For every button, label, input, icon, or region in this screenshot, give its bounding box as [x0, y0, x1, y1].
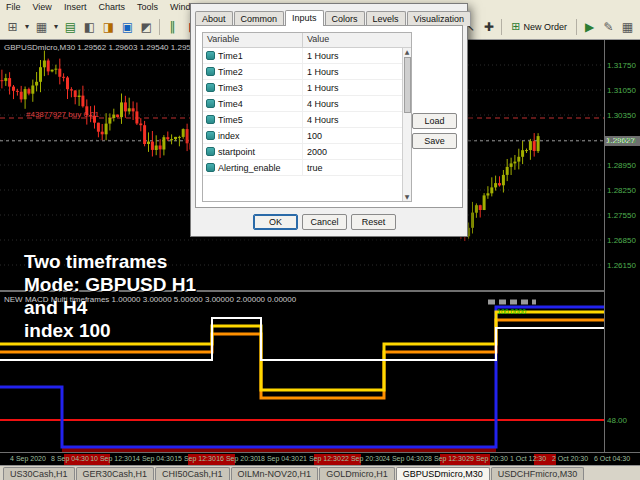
input-row[interactable]: Alerting_enabletrue: [203, 160, 402, 176]
parameter-type-icon: [206, 83, 215, 92]
new-order-button[interactable]: ⊞New Order: [505, 17, 573, 36]
time-axis-label: 4 Sep 2020: [10, 455, 46, 462]
variable-value[interactable]: 100: [303, 131, 402, 141]
variable-cell: Time1: [203, 48, 303, 63]
variable-value[interactable]: 2000: [303, 147, 402, 157]
time-axis[interactable]: 4 Sep 20208 Sep 04:3010 Sep 12:3014 Sep …: [0, 452, 640, 465]
strategy-tester-icon[interactable]: ◩: [137, 17, 156, 36]
autotrading-icon[interactable]: ▶: [580, 17, 599, 36]
variable-cell: Alerting_enable: [203, 160, 303, 175]
time-axis-label: 10 Sep 12:30: [90, 455, 132, 462]
metaeditor-icon[interactable]: ✎: [599, 17, 618, 36]
variable-cell: Time2: [203, 64, 303, 79]
bars-chart-icon[interactable]: ‖: [163, 17, 182, 36]
market-watch-icon[interactable]: ▤: [61, 17, 80, 36]
time-axis-label: 18 Sep 04:30: [257, 455, 299, 462]
table-scrollbar[interactable]: ▲ ▼: [402, 48, 411, 201]
time-axis-label: 8 Sep 04:30: [51, 455, 89, 462]
variable-value[interactable]: 1 Hours: [303, 83, 402, 93]
profiles-icon[interactable]: ▦: [32, 17, 51, 36]
scroll-thumb[interactable]: [404, 57, 411, 113]
scroll-up-icon[interactable]: ▲: [405, 48, 410, 56]
time-axis-label: 14 Sep 04:30: [132, 455, 174, 462]
variable-value[interactable]: 4 Hours: [303, 99, 402, 109]
chart-tab-ger30cash[interactable]: GER30Cash,H1: [76, 467, 155, 480]
inputs-table-body: Time11 HoursTime21 HoursTime31 HoursTime…: [203, 48, 402, 201]
input-row[interactable]: Time44 Hours: [203, 96, 402, 112]
menu-tools[interactable]: Tools: [131, 1, 164, 13]
price-axis-label: 1.26850: [607, 236, 636, 245]
chart-tab-oilmn-nov20[interactable]: OILMn-NOV20,H1: [231, 467, 319, 480]
input-row[interactable]: startpoint2000: [203, 144, 402, 160]
variable-value[interactable]: 4 Hours: [303, 115, 402, 125]
profiles-caret-icon[interactable]: ▾: [51, 17, 61, 36]
variable-cell: Time4: [203, 96, 303, 111]
cancel-button[interactable]: Cancel: [302, 214, 347, 230]
save-button[interactable]: Save: [412, 133, 457, 149]
menu-view[interactable]: View: [27, 1, 58, 13]
menu-charts[interactable]: Charts: [92, 1, 131, 13]
dialog-tab-common[interactable]: Common: [234, 11, 285, 26]
chart-tab-gbpusdmicro[interactable]: GBPUSDmicro,M30: [396, 467, 490, 480]
scroll-down-icon[interactable]: ▼: [405, 193, 410, 201]
terminal-icon[interactable]: ▣: [118, 17, 137, 36]
parameter-type-icon: [206, 163, 215, 172]
chart-tab-usdchfmicro[interactable]: USDCHFmicro,M30: [491, 467, 585, 480]
input-row[interactable]: Time31 Hours: [203, 80, 402, 96]
variable-cell: startpoint: [203, 144, 303, 159]
variable-name: Time3: [218, 83, 243, 93]
chart-tab-chi50cash[interactable]: CHI50Cash,H1: [155, 467, 230, 480]
variable-value[interactable]: 1 Hours: [303, 51, 402, 61]
trade-order-label: #43877927 buy 0.01: [26, 110, 99, 119]
time-axis-label: 24 Sep 04:30: [382, 455, 424, 462]
dialog-tab-visualization[interactable]: Visualization: [407, 11, 471, 26]
time-axis-label: 22 Sep 20:30: [341, 455, 383, 462]
variable-value[interactable]: true: [303, 163, 402, 173]
new-order-label: New Order: [523, 22, 567, 32]
chart-comment-line: index 100: [24, 319, 196, 342]
input-row[interactable]: Time11 Hours: [203, 48, 402, 64]
load-button[interactable]: Load: [412, 113, 457, 129]
data-window-icon[interactable]: ◧: [80, 17, 99, 36]
parameter-type-icon: [206, 147, 215, 156]
price-axis-label: 1.28250: [607, 186, 636, 195]
time-axis-label: 6 Oct 04:30: [594, 455, 630, 462]
indicator-list-icon[interactable]: ▦: [618, 17, 637, 36]
dialog-tab-levels[interactable]: Levels: [366, 11, 406, 26]
menu-insert[interactable]: Insert: [58, 1, 93, 13]
price-axis-label: 1.26150: [607, 261, 636, 270]
column-header-variable[interactable]: Variable: [203, 33, 303, 47]
input-row[interactable]: Time21 Hours: [203, 64, 402, 80]
variable-cell: Time3: [203, 80, 303, 95]
variable-name: startpoint: [218, 147, 255, 157]
column-header-value[interactable]: Value: [303, 33, 411, 47]
crosshair-icon[interactable]: ✚: [479, 17, 498, 36]
new-chart-icon[interactable]: ⊞: [3, 17, 22, 36]
toolbar-right-group: ↖✚⊞New Order▶✎▦: [460, 17, 637, 36]
variable-value[interactable]: 1 Hours: [303, 67, 402, 77]
dialog-tab-colors[interactable]: Colors: [325, 11, 365, 26]
variable-cell: Time5: [203, 112, 303, 127]
price-axis[interactable]: 1.29627 1.317501.310501.303501.296501.28…: [604, 40, 640, 452]
chart-comment: Two timeframesMode: GBPUSD H1and H4index…: [24, 250, 196, 342]
dialog-tab-about[interactable]: About: [195, 11, 233, 26]
chart-tab-goldmicro[interactable]: GOLDmicro,H1: [319, 467, 395, 480]
dialog-tab-inputs[interactable]: Inputs: [285, 10, 324, 26]
parameter-type-icon: [206, 115, 215, 124]
menu-file[interactable]: File: [0, 1, 27, 13]
price-axis-label: 1.31750: [607, 61, 636, 70]
variable-name: Time5: [218, 115, 243, 125]
reset-button[interactable]: Reset: [351, 214, 396, 230]
ok-button[interactable]: OK: [253, 214, 298, 230]
inputs-table: Variable Value Time11 HoursTime21 HoursT…: [202, 32, 412, 202]
chart-tab-us30cash[interactable]: US30Cash,H1: [3, 467, 75, 480]
input-row[interactable]: Time54 Hours: [203, 112, 402, 128]
variable-name: Alerting_enable: [218, 163, 281, 173]
price-axis-label: 1.28950: [607, 161, 636, 170]
new-order-icon: ⊞: [511, 20, 520, 33]
new-chart-caret-icon[interactable]: ▾: [22, 17, 32, 36]
price-axis-label: 1.31050: [607, 86, 636, 95]
navigator-icon[interactable]: ◨: [99, 17, 118, 36]
toolbar-separator: [159, 19, 160, 35]
input-row[interactable]: index100: [203, 128, 402, 144]
